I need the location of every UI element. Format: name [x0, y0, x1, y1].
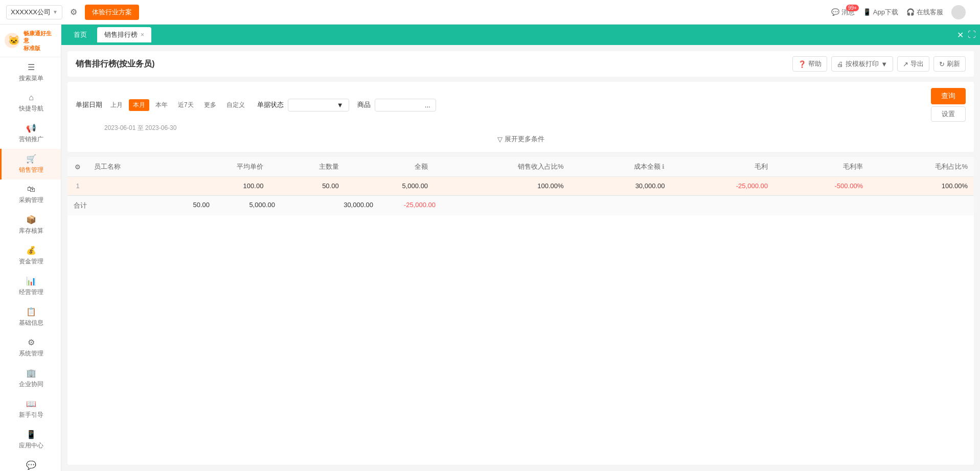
tab-bar: 首页 销售排行榜 × ✕ ⛶: [61, 25, 980, 45]
sidebar-item-basic-info[interactable]: 📋 基础信息: [0, 302, 61, 332]
inventory-icon: 📦: [26, 215, 36, 225]
tab-close-icon[interactable]: ×: [141, 31, 144, 38]
guide-icon: 📖: [26, 399, 36, 409]
sidebar-item-quick-nav[interactable]: ⌂ 快捷导航: [0, 88, 61, 118]
date-tab-last-month[interactable]: 上月: [106, 99, 127, 111]
filter-actions: 查询 设置: [931, 88, 966, 122]
company-selector[interactable]: XXXXXX公司 ▼: [6, 5, 62, 19]
app-download-button[interactable]: 📱 App下载: [863, 8, 898, 17]
page-header: 销售排行榜(按业务员) ❓ 帮助 🖨 按模板打印 ▼ ↗ 导出: [67, 51, 974, 77]
notification-button[interactable]: 💬 消息 99+: [831, 8, 855, 17]
trial-button[interactable]: 体验行业方案: [85, 5, 139, 20]
sidebar-item-inventory[interactable]: 📦 库存核算: [0, 210, 61, 240]
online-service-label: 在线客服: [917, 8, 943, 17]
tab-expand-icon[interactable]: ⛶: [968, 30, 976, 40]
enterprise-icon: 🏢: [26, 368, 36, 378]
cell-rank: 1: [67, 177, 88, 195]
help-label: 帮助: [808, 59, 822, 69]
col-cost: 成本全额 ℹ: [570, 157, 671, 177]
wechat-icon: 💬: [26, 460, 36, 470]
logo-icon: 🐱: [4, 32, 20, 49]
sidebar-item-app-center[interactable]: 📱 应用中心: [0, 424, 61, 455]
goods-select[interactable]: ...: [375, 99, 436, 111]
help-icon: ❓: [798, 60, 806, 68]
export-button[interactable]: ↗ 导出: [897, 56, 929, 72]
tab-close-window-icon[interactable]: ✕: [957, 30, 964, 40]
sidebar-item-guide[interactable]: 📖 新手引导: [0, 394, 61, 424]
cell-gross-ratio: 100.00%: [869, 177, 974, 195]
date-tab-7days[interactable]: 近7天: [174, 99, 198, 111]
sidebar-item-system[interactable]: ⚙ 系统管理: [0, 332, 61, 363]
goods-select-more: ...: [425, 101, 430, 109]
operations-icon: 📊: [26, 276, 36, 286]
footer-gross-profit: -25,000.00: [395, 201, 436, 210]
content-area: 首页 销售排行榜 × ✕ ⛶ 销售排行榜(按业务员) ❓ 帮助: [61, 25, 980, 471]
date-tab-custom[interactable]: 自定义: [222, 99, 249, 111]
template-print-button[interactable]: 🖨 按模板打印 ▼: [831, 56, 893, 72]
sidebar-label-purchase: 采购管理: [19, 196, 43, 205]
finance-icon: 💰: [26, 245, 36, 255]
sales-icon: 🛒: [26, 154, 36, 164]
help-button[interactable]: ❓ 帮助: [792, 56, 827, 72]
search-icon: ☰: [28, 62, 35, 72]
tab-home[interactable]: 首页: [65, 27, 95, 42]
sidebar-item-wechat[interactable]: 💬 企业微信: [0, 455, 61, 471]
footer-label: 合计: [74, 201, 87, 210]
expand-more-button[interactable]: ▽ 展开更多条件: [76, 132, 966, 146]
date-tab-more[interactable]: 更多: [200, 99, 220, 111]
date-tab-this-year[interactable]: 本年: [151, 99, 172, 111]
svg-text:🐱: 🐱: [8, 35, 20, 46]
export-label: 导出: [910, 59, 924, 69]
col-total: 全额: [345, 157, 434, 177]
system-icon: ⚙: [28, 338, 35, 347]
sidebar-item-operations[interactable]: 📊 经营管理: [0, 271, 61, 302]
sidebar-label-guide: 新手引导: [19, 411, 43, 419]
sidebar-label-system: 系统管理: [19, 349, 43, 358]
company-name: XXXXXX公司: [11, 8, 51, 17]
footer-quantity: 50.00: [169, 201, 210, 210]
date-tab-this-month[interactable]: 本月: [129, 99, 149, 111]
sidebar-label-app-center: 应用中心: [19, 441, 43, 450]
sidebar-item-finance[interactable]: 💰 资金管理: [0, 240, 61, 271]
cell-avg-price: 100.00: [179, 177, 270, 195]
sidebar-label-sales: 销售管理: [19, 166, 43, 174]
col-settings[interactable]: ⚙: [67, 157, 88, 177]
sidebar-label-basic-info: 基础信息: [19, 319, 43, 327]
sidebar-label-enterprise: 企业协同: [19, 380, 43, 389]
refresh-button[interactable]: ↻ 刷新: [933, 56, 966, 72]
status-select-chevron: ▼: [337, 101, 344, 109]
filter-settings-button[interactable]: 设置: [931, 106, 966, 122]
sidebar-item-search[interactable]: ☰ 搜索菜单: [0, 57, 61, 88]
col-gross-rate: 毛利率: [774, 157, 869, 177]
page-content: 销售排行榜(按业务员) ❓ 帮助 🖨 按模板打印 ▼ ↗ 导出: [61, 45, 980, 471]
col-gross-profit: 毛利: [671, 157, 773, 177]
footer-cost: 30,000.00: [332, 201, 373, 210]
header-settings-icon[interactable]: ⚙: [66, 5, 81, 19]
sidebar-label-marketing: 营销推广: [19, 135, 43, 144]
col-sales-ratio: 销售收入占比%: [434, 157, 570, 177]
expand-label: 展开更多条件: [505, 134, 544, 144]
cost-info-icon[interactable]: ℹ: [662, 163, 665, 170]
online-service-button[interactable]: 🎧 在线客服: [906, 8, 943, 17]
query-button[interactable]: 查询: [931, 88, 966, 104]
sidebar-item-purchase[interactable]: 🛍 采购管理: [0, 180, 61, 210]
phone-icon: 📱: [863, 8, 871, 16]
sidebar-item-marketing[interactable]: 📢 营销推广: [0, 118, 61, 149]
sidebar-label-inventory: 库存核算: [19, 227, 43, 235]
sidebar-item-enterprise[interactable]: 🏢 企业协同: [0, 363, 61, 394]
avatar[interactable]: [951, 5, 966, 19]
table-footer: 合计 50.00 5,000.00 30,000.00 -25,000.00: [67, 195, 974, 215]
cell-gross-profit: -25,000.00: [671, 177, 773, 195]
main-layout: 🐱 畅康通好生意 标准版 ☰ 搜索菜单 ⌂ 快捷导航 📢 营销推广 🛒 销售管理…: [0, 25, 980, 471]
refresh-label: 刷新: [947, 59, 960, 69]
cell-gross-rate: -500.00%: [774, 177, 869, 195]
chat-icon: 💬: [831, 8, 839, 16]
date-tabs: 上月 本月 本年 近7天 更多 自定义: [106, 99, 249, 111]
tab-sales-rank[interactable]: 销售排行榜 ×: [97, 27, 151, 42]
sidebar: 🐱 畅康通好生意 标准版 ☰ 搜索菜单 ⌂ 快捷导航 📢 营销推广 🛒 销售管理…: [0, 25, 61, 471]
sidebar-item-sales[interactable]: 🛒 销售管理: [0, 149, 61, 180]
page-title: 销售排行榜(按业务员): [76, 59, 155, 70]
date-filter-label: 单据日期: [76, 100, 102, 109]
app-download-label: App下载: [873, 8, 898, 17]
status-select[interactable]: ▼: [288, 99, 349, 111]
